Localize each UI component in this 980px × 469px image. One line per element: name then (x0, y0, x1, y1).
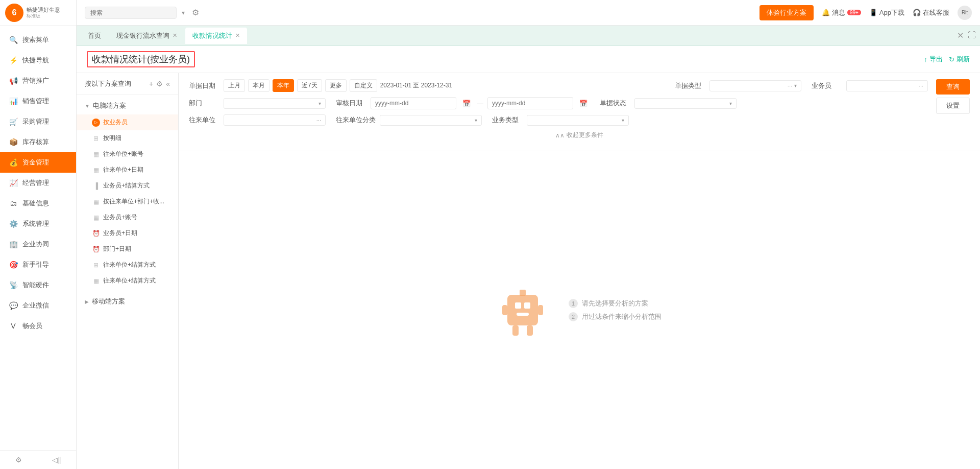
gear-icon[interactable]: ⚙ (192, 8, 199, 17)
tree-item-label-partner-dept-receipt: 按往来单位+部门+收... (103, 197, 164, 206)
date-btn-more[interactable]: 更多 (325, 79, 347, 92)
date-button-group: 上月 本月 本年 近7天 更多 自定义 2023-01-01 至 2023-12… (224, 79, 452, 92)
tree-item-partner-dept-receipt[interactable]: ▦ 按往来单位+部门+收... (77, 194, 178, 209)
date-btn-last-month[interactable]: 上月 (224, 79, 245, 92)
settings-btn[interactable]: 设置 (936, 98, 970, 114)
tree-item-dept-date[interactable]: ⏰ 部门+日期 (77, 241, 178, 257)
trial-btn[interactable]: 体验行业方案 (760, 5, 814, 20)
tree-item-by-salesperson[interactable]: ▷ 按业务员 (77, 114, 178, 130)
tab-receivable-stats-close[interactable]: ✕ (235, 32, 240, 39)
date-btn-this-month[interactable]: 本月 (248, 79, 270, 92)
window-close-btn[interactable]: ✕ (957, 31, 964, 40)
sidebar-item-guide[interactable]: 🎯 新手引导 (0, 254, 76, 275)
collapse-sidebar-btn[interactable]: ◁‖ (52, 456, 61, 464)
tree-item-partner-settlement1[interactable]: ⊞ 往来单位+结算方式 (77, 257, 178, 273)
tab-home[interactable]: 首页 (81, 28, 108, 44)
salesperson-select[interactable]: ··· (846, 80, 928, 91)
tree-item-salesperson-account[interactable]: ▦ 业务员+账号 (77, 209, 178, 225)
top-search-input[interactable] (85, 7, 177, 19)
active-scheme-icon: ▷ (92, 119, 100, 127)
bill-type-select[interactable]: ··· ▾ (709, 80, 801, 91)
sidebar-item-marketing[interactable]: 📢 营销推广 (0, 71, 76, 91)
partner-category-select[interactable]: ▾ (380, 115, 482, 126)
tip-item-1: 1 请先选择要分析的方案 (569, 297, 662, 310)
user-avatar[interactable]: Rit (958, 6, 972, 20)
bill-status-select[interactable]: ▾ (634, 98, 737, 109)
tree-item-by-detail[interactable]: ⊞ 按明细 (77, 130, 178, 146)
sidebar-item-hardware[interactable]: 📡 智能硬件 (0, 275, 76, 295)
sidebar-item-purchase[interactable]: 🛒 采购管理 (0, 111, 76, 132)
tree-item-label-salesperson-date: 业务员+日期 (103, 229, 137, 238)
sidebar-item-sales[interactable]: 📊 销售管理 (0, 91, 76, 111)
tree-mobile-header[interactable]: ▶ 移动端方案 (77, 293, 178, 310)
date-btn-this-year[interactable]: 本年 (273, 79, 294, 92)
tree-desktop-section: ▼ 电脑端方案 ▷ 按业务员 ⊞ 按明细 ▦ 往来单位+账号 ▦ 往来单位+日期… (77, 95, 178, 291)
tree-desktop-header[interactable]: ▼ 电脑端方案 (77, 97, 178, 114)
sidebar-item-inventory[interactable]: 📦 库存核算 (0, 132, 76, 152)
tree-arrow-mobile: ▶ (85, 299, 89, 304)
sidebar-item-operations[interactable]: 📈 经营管理 (0, 173, 76, 193)
window-maximize-btn[interactable]: ⛶ (968, 31, 976, 40)
dept-arrow: ▾ (318, 101, 321, 106)
sidebar-item-finance[interactable]: 💰 资金管理 (0, 152, 76, 173)
date-btn-7days[interactable]: 近7天 (297, 79, 322, 92)
tab-bank-flow-close[interactable]: ✕ (173, 32, 177, 39)
notifications-btn[interactable]: 🔔 消息 99+ (822, 8, 861, 17)
business-type-arrow: ▾ (622, 118, 624, 123)
sidebar-item-basic[interactable]: 🗂 基础信息 (0, 193, 76, 214)
dept-select[interactable]: ▾ (224, 98, 326, 109)
bill-type-arrow: ▾ (794, 83, 797, 88)
logo-text: 畅捷通好生意 标准版 (27, 6, 60, 19)
action-buttons: 查询 设置 (936, 79, 970, 114)
sidebar-item-wechat[interactable]: 💬 企业微信 (0, 295, 76, 316)
tab-bank-flow[interactable]: 现金银行流水查询 ✕ (109, 28, 184, 44)
page-header: 收款情况统计(按业务员) ↑ 导出 ↻ 刷新 (77, 46, 980, 73)
sidebar-item-search-menu[interactable]: 🔍 搜索菜单 (0, 30, 76, 50)
date-calendar-icon1: 📅 (460, 100, 473, 107)
sidebar-item-member[interactable]: V 畅会员 (0, 316, 76, 336)
settings-bottom-btn[interactable]: ⚙ (15, 456, 22, 464)
data-area: 1 请先选择要分析的方案 2 用过滤条件来缩小分析范围 (179, 151, 980, 469)
review-date-end[interactable] (487, 97, 573, 109)
partner-select[interactable]: ··· (224, 114, 326, 126)
svg-rect-8 (527, 325, 533, 336)
filter-dept-field: 部门 ▾ (189, 98, 326, 109)
sidebar-label-search-menu: 搜索菜单 (22, 35, 49, 44)
window-controls: ✕ ⛶ (957, 31, 976, 40)
filter-bill-status-field: 单据状态 ▾ (600, 98, 737, 109)
sidebar-item-system[interactable]: ⚙️ 系统管理 (0, 214, 76, 234)
svg-rect-4 (520, 290, 526, 296)
tree-item-salesperson-date[interactable]: ⏰ 业务员+日期 (77, 225, 178, 241)
date-btn-custom[interactable]: 自定义 (350, 79, 377, 92)
tree-item-label-salesperson-account: 业务员+账号 (103, 213, 137, 222)
tip-item-2: 2 用过滤条件来缩小分析范围 (569, 310, 662, 323)
tree-item-partner-settlement2[interactable]: ▦ 往来单位+结算方式 (77, 273, 178, 289)
add-scheme-btn[interactable]: + (149, 80, 153, 88)
sidebar-label-sales: 销售管理 (22, 97, 49, 106)
business-type-select[interactable]: ▾ (527, 115, 629, 126)
tree-item-salesperson-settlement[interactable]: ▐ 业务员+结算方式 (77, 178, 178, 194)
collapse-bar[interactable]: ∧∧ 收起更多条件 (189, 126, 970, 145)
query-btn[interactable]: 查询 (936, 79, 970, 95)
tab-receivable-stats[interactable]: 收款情况统计 ✕ (185, 28, 247, 44)
review-date-start[interactable] (371, 97, 456, 109)
top-bar-actions: 体验行业方案 🔔 消息 99+ 📱 App下载 🎧 在线客服 Rit (760, 5, 972, 20)
online-service-btn[interactable]: 🎧 在线客服 (913, 8, 949, 17)
export-btn[interactable]: ↑ 导出 (924, 55, 943, 64)
panel-collapse-btn[interactable]: « (166, 80, 170, 88)
partner-label: 往来单位 (189, 115, 219, 125)
refresh-btn[interactable]: ↻ 刷新 (949, 55, 970, 64)
partner-more-icon: ··· (316, 117, 321, 123)
search-dropdown-btn[interactable]: ▾ (182, 9, 185, 16)
system-icon: ⚙️ (8, 219, 18, 229)
scheme-settings-btn[interactable]: ⚙ (156, 80, 163, 88)
svg-rect-0 (507, 295, 538, 325)
tree-item-partner-account[interactable]: ▦ 往来单位+账号 (77, 146, 178, 162)
sidebar-item-quick-nav[interactable]: ⚡ 快捷导航 (0, 50, 76, 71)
tree-item-partner-date[interactable]: ▦ 往来单位+日期 (77, 162, 178, 178)
page-content: 收款情况统计(按业务员) ↑ 导出 ↻ 刷新 按以下方 (77, 46, 980, 469)
sidebar-item-enterprise[interactable]: 🏢 企业协同 (0, 234, 76, 254)
tree-mobile-section: ▶ 移动端方案 (77, 291, 178, 312)
bill-type-more-icon: ··· (788, 83, 792, 89)
app-download-btn[interactable]: 📱 App下载 (869, 8, 904, 17)
